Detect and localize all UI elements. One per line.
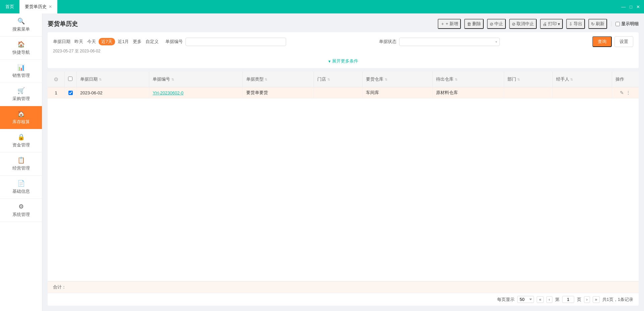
row-checkbox[interactable]: [68, 91, 73, 95]
content-area: 要货单历史 ＋ + 新增 🗑 删除 ⊘ 中止 ⊘ 取消中止: [42, 13, 644, 311]
sort-doc-type-icon[interactable]: ⇅: [265, 78, 267, 81]
tab-home[interactable]: 首页: [0, 0, 19, 13]
delete-button[interactable]: 🗑 删除: [464, 19, 484, 29]
sidebar-item-quick-nav-label: 快捷导航: [12, 49, 30, 55]
sidebar-item-inventory-label: 库存核算: [12, 119, 30, 125]
th-dept: 部门 ⇅: [504, 72, 552, 87]
filter-date-group: 单据日期 昨天 今天 近7天 近1月 更多 自定义: [53, 38, 160, 45]
date-shortcut-yesterday[interactable]: 昨天: [73, 38, 85, 45]
page-size-select[interactable]: 20 50 100 200: [517, 296, 534, 303]
doc-status-input[interactable]: [399, 38, 500, 46]
th-checkbox: [65, 72, 77, 87]
cell-doc-date: 2023-06-02: [77, 87, 149, 98]
sort-store-icon[interactable]: ⇅: [327, 78, 330, 81]
settings-button[interactable]: 设置: [614, 36, 633, 47]
page-actions: ＋ + 新增 🗑 删除 ⊘ 中止 ⊘ 取消中止 🖨 打印: [438, 19, 639, 29]
doc-number-link[interactable]: YH-20230602-0: [153, 90, 183, 95]
th-store: 门店 ⇅: [314, 72, 363, 87]
date-shortcut-1month[interactable]: 近1月: [116, 38, 130, 45]
date-shortcut-custom[interactable]: 自定义: [144, 38, 160, 45]
sidebar-item-inventory[interactable]: 🏠 库存核算: [0, 106, 42, 129]
current-page-input[interactable]: [562, 296, 574, 303]
sales-mgmt-icon: 📊: [17, 64, 25, 71]
date-range-display: 2023-05-27 至 2023-06-02: [53, 48, 633, 54]
basic-info-icon: 📄: [17, 180, 25, 187]
row-edit-icon[interactable]: ✎: [620, 90, 624, 95]
refresh-icon: ↻: [591, 21, 595, 27]
last-page-button[interactable]: »: [593, 296, 600, 303]
page-title: 要货单历史: [48, 20, 78, 28]
th-req-warehouse: 要货仓库 ⇅: [363, 72, 433, 87]
sidebar-item-purchase-label: 采购管理: [12, 96, 30, 102]
window-close-icon[interactable]: ✕: [636, 4, 640, 9]
sidebar-item-search-menu[interactable]: 🔍 搜索菜单: [0, 13, 42, 37]
total-info: 共1页，1条记录: [602, 297, 633, 303]
expand-more-btn[interactable]: ▾ 展开更多条件: [328, 58, 358, 64]
page-size-label: 每页显示: [497, 297, 515, 303]
suspend-button[interactable]: ⊘ 中止: [487, 19, 506, 29]
sort-doc-number-icon[interactable]: ⇅: [171, 78, 174, 81]
doc-number-filter-label: 单据编号: [165, 39, 183, 45]
sidebar-item-quick-nav[interactable]: 🏠 快捷导航: [0, 37, 42, 60]
tab-close-icon[interactable]: ✕: [49, 4, 52, 9]
cell-req-warehouse: 车间库: [363, 87, 433, 98]
page-unit: 页: [577, 297, 581, 303]
th-actions: 操作: [612, 72, 639, 87]
sidebar-item-purchase-mgmt[interactable]: 🛒 采购管理: [0, 83, 42, 106]
date-shortcut-7days[interactable]: 近7天: [99, 38, 115, 45]
th-doc-date: 单据日期 ⇅: [77, 72, 149, 87]
sidebar-item-operations-mgmt[interactable]: 📋 经营管理: [0, 152, 42, 176]
cancel-suspend-button[interactable]: ⊘ 取消中止: [509, 19, 537, 29]
sort-handler-icon[interactable]: ⇅: [570, 78, 573, 81]
first-page-button[interactable]: «: [537, 296, 544, 303]
plus-icon: ＋: [440, 21, 445, 27]
sidebar-item-finance-label: 资金管理: [12, 142, 30, 148]
filter-status-group: 单据状态 ▾: [379, 38, 587, 46]
doc-number-input[interactable]: [185, 38, 286, 46]
prev-page-button[interactable]: ‹: [546, 296, 552, 303]
main-layout: 🔍 搜索菜单 🏠 快捷导航 📊 销售管理 🛒 采购管理 🏠 库存核算 🔒 资金管…: [0, 13, 644, 311]
print-icon: 🖨: [543, 21, 547, 27]
window-minimize-icon[interactable]: —: [621, 4, 626, 9]
th-pending-warehouse: 待出仓库 ⇅: [433, 72, 504, 87]
cancel-suspend-icon: ⊘: [512, 21, 516, 27]
sidebar-item-finance-mgmt[interactable]: 🔒 资金管理: [0, 129, 42, 152]
data-table: ⚙ 单据日期 ⇅ 单据编号 ⇅: [48, 72, 639, 98]
sidebar-item-sales-mgmt[interactable]: 📊 销售管理: [0, 60, 42, 83]
print-button[interactable]: 🖨 打印 ▾: [540, 19, 563, 29]
show-detail-checkbox[interactable]: [615, 22, 620, 26]
sort-pending-warehouse-icon[interactable]: ⇅: [455, 78, 458, 81]
cell-dept: [504, 87, 552, 98]
sort-dept-icon[interactable]: ⇅: [517, 78, 520, 81]
row-more-icon[interactable]: ⋮: [626, 90, 631, 95]
new-button[interactable]: ＋ + 新增: [438, 19, 461, 29]
expand-icon: ▾: [328, 59, 331, 64]
export-button[interactable]: ⇩ 导出: [566, 19, 585, 29]
next-page-button[interactable]: ›: [584, 296, 590, 303]
operations-mgmt-icon: 📋: [17, 157, 25, 164]
suspend-icon: ⊘: [490, 21, 493, 27]
date-shortcut-more[interactable]: 更多: [131, 38, 143, 45]
sort-req-warehouse-icon[interactable]: ⇅: [385, 78, 387, 81]
sort-doc-date-icon[interactable]: ⇅: [99, 78, 102, 81]
quick-nav-icon: 🏠: [17, 41, 25, 48]
table-settings-icon[interactable]: ⚙: [51, 74, 61, 84]
tab-requisition-history[interactable]: 要货单历史 ✕: [19, 0, 57, 13]
refresh-button[interactable]: ↻ 刷新: [588, 19, 607, 29]
sidebar-item-system-mgmt[interactable]: ⚙ 系统管理: [0, 199, 42, 222]
sidebar-item-search-label: 搜索菜单: [12, 26, 30, 32]
query-button[interactable]: 查询: [592, 36, 612, 47]
finance-mgmt-icon: 🔒: [17, 133, 25, 141]
window-maximize-icon[interactable]: □: [630, 4, 632, 9]
select-all-checkbox[interactable]: [68, 77, 72, 81]
print-dropdown-icon: ▾: [558, 21, 560, 27]
table-footer-summary: 合计：: [48, 281, 639, 293]
cell-handler: [552, 87, 612, 98]
date-shortcuts: 昨天 今天 近7天 近1月 更多 自定义: [73, 38, 160, 45]
cell-doc-type: 要货单要货: [243, 87, 314, 98]
expand-row: ▾ 展开更多条件: [53, 56, 633, 64]
sidebar-item-basic-info[interactable]: 📄 基础信息: [0, 176, 42, 199]
date-shortcut-today[interactable]: 今天: [86, 38, 97, 45]
show-detail-label[interactable]: 显示明细: [615, 21, 639, 27]
top-bar-right: — □ ✕: [621, 4, 644, 9]
